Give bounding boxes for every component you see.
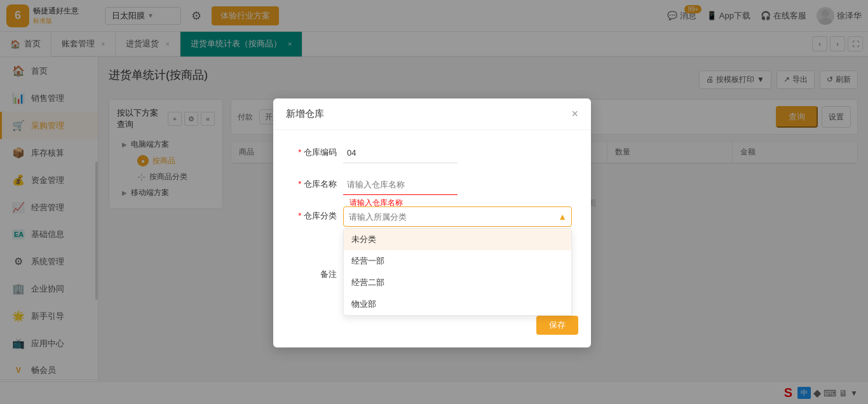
- category-label: 仓库分类: [292, 206, 343, 222]
- dropdown-item-uncategorized[interactable]: 未分类: [344, 229, 571, 250]
- modal-close-button[interactable]: ×: [571, 107, 578, 121]
- note-label: 备注: [292, 265, 343, 280]
- modal-header: 新增仓库 ×: [273, 98, 591, 130]
- code-label: 仓库编码: [292, 143, 343, 158]
- category-input-wrap: ▲ 未分类 经营一部 经营二部 物业部: [343, 206, 572, 227]
- form-row-category: 仓库分类 ▲ 未分类 经营一部 经营二部 物业部: [292, 206, 572, 227]
- modal-title: 新增仓库: [286, 108, 324, 120]
- category-dropdown: 未分类 经营一部 经营二部 物业部: [343, 228, 572, 316]
- code-input[interactable]: [343, 143, 458, 163]
- dropdown-item-dept3[interactable]: 物业部: [344, 293, 571, 315]
- name-input-row: 仓库名称: [292, 175, 458, 195]
- modal-add-warehouse: 新增仓库 × 仓库编码 仓库名称 请输入仓库名称: [273, 98, 591, 347]
- name-input[interactable]: [343, 175, 458, 195]
- name-input-wrap: [343, 175, 458, 195]
- form-row-code: 仓库编码: [292, 143, 572, 163]
- category-chevron-icon[interactable]: ▲: [558, 212, 567, 222]
- save-button[interactable]: 保存: [536, 316, 578, 335]
- name-label: 仓库名称: [292, 175, 343, 190]
- code-input-wrap: [343, 143, 572, 163]
- dropdown-item-dept1[interactable]: 经营一部: [344, 250, 571, 272]
- form-row-name: 仓库名称 请输入仓库名称: [292, 175, 572, 195]
- category-input[interactable]: [343, 206, 572, 227]
- dropdown-item-dept2[interactable]: 经营二部: [344, 272, 571, 293]
- modal-body: 仓库编码 仓库名称 请输入仓库名称 仓库分类: [273, 130, 591, 309]
